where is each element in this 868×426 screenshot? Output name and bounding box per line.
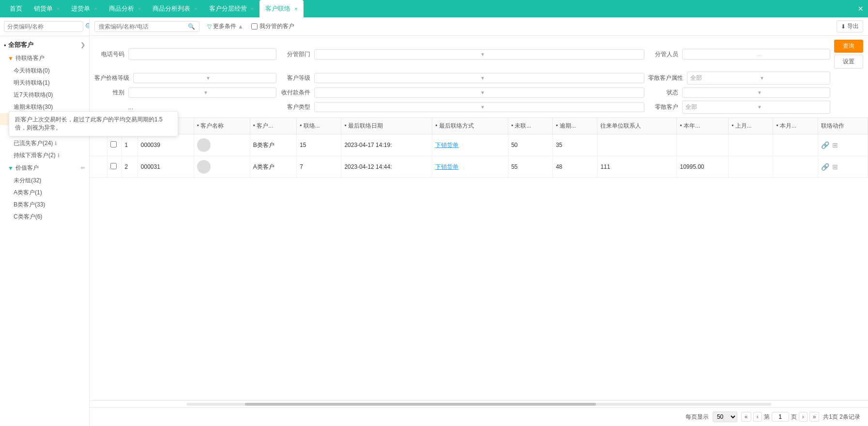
sidebar-root[interactable]: ▪ 全部客户 ❯ [0, 38, 89, 52]
export-button[interactable]: ⬇ 导出 [837, 20, 863, 32]
filter-gender-select[interactable]: ▼ [128, 88, 276, 98]
tab-sales-close[interactable]: × [57, 6, 60, 12]
sidebar-search-icon[interactable]: 🔍 [85, 23, 90, 30]
filter-grade-select[interactable]: ▼ [314, 73, 644, 83]
tab-analysis[interactable]: 商品分析 × [103, 0, 147, 17]
my-customer-checkbox[interactable]: 我分管的客户 [251, 22, 294, 30]
sidebar-item-class-b[interactable]: B类客户(33) [0, 199, 89, 211]
cell-last-way-1: 下销货单 [432, 134, 508, 156]
sidebar-group-value[interactable]: ▼ 价值客户 ✏ [0, 162, 89, 175]
settings-button[interactable]: 设置 [834, 55, 863, 69]
sidebar-item-ungrouped[interactable]: 未分组(32) [0, 175, 89, 187]
horizontal-scrollbar[interactable] [90, 400, 868, 407]
filter-manager: 分管人员 … [648, 49, 830, 59]
last-way-link-1[interactable]: 下销货单 [435, 142, 458, 148]
last-way-link-2[interactable]: 下销货单 [435, 163, 458, 170]
grid-icon: ▪ [4, 42, 6, 49]
sidebar-item-class-b-label: B类客户(33) [14, 201, 45, 208]
my-customer-check[interactable] [251, 23, 258, 29]
row-checkbox-1[interactable] [110, 141, 117, 147]
table-row: 2 000031 A类客户 7 2023-04-12 14:44: 下销货单 5… [90, 156, 868, 178]
col-last-way-label: • 最后联络方式 [435, 122, 474, 129]
sidebar-item-class-a[interactable]: A类客户(1) [0, 187, 89, 199]
edit-icon[interactable]: ✏ [81, 165, 85, 171]
cell-this-month-1 [773, 134, 818, 156]
scroll-thumb[interactable] [245, 403, 596, 406]
sidebar-group-pending[interactable]: ▼ 待联络客户 [0, 52, 89, 65]
col-last-date[interactable]: • 最后联络日期 [341, 118, 432, 134]
link-icon-2[interactable]: 🔗 [821, 163, 829, 171]
cell-overdue-1: 35 [553, 134, 597, 156]
filter-payment-select[interactable]: ▼ [314, 88, 644, 98]
chevron-down-icon3: ▼ [480, 75, 641, 81]
more-dots-icon[interactable]: … [757, 51, 827, 57]
window-close-button[interactable]: × [858, 4, 863, 14]
filter-customer-type: 客户类型 ▼ [280, 102, 644, 112]
col-unit-contact[interactable]: 往来单位联系人 [597, 118, 677, 134]
col-name[interactable]: • 客户名称 [194, 118, 250, 134]
cell-unit-contact-2: 111 [597, 156, 677, 178]
per-page-select[interactable]: 50 100 200 [713, 411, 737, 422]
cell-last-date-2: 2023-04-12 14:44: [341, 156, 432, 178]
tab-purchase-close[interactable]: × [94, 6, 97, 12]
tab-sales[interactable]: 销货单 × [28, 0, 65, 17]
prev-page-button[interactable]: ‹ [753, 412, 762, 422]
collapse-icon[interactable]: ❯ [80, 42, 85, 48]
filter-more-dots[interactable]: ... [128, 104, 133, 111]
grid-icon-2[interactable]: ⊞ [832, 163, 838, 171]
filter-retail-attr-select[interactable]: 全部 ▼ [687, 72, 830, 85]
col-this-month[interactable]: • 本月... [773, 118, 818, 134]
col-last-month[interactable]: • 上月... [729, 118, 773, 134]
tab-home[interactable]: 首页 [4, 0, 28, 17]
cell-action-1: 🔗 ⊞ [818, 134, 868, 156]
link-icon-1[interactable]: 🔗 [821, 141, 829, 149]
search-input[interactable] [99, 23, 186, 30]
query-button[interactable]: 查询 [834, 40, 863, 53]
filter-phone-input[interactable] [128, 48, 276, 60]
tab-analysis-list-close[interactable]: × [194, 6, 197, 12]
next-page-button[interactable]: › [799, 412, 807, 422]
cell-check-2 [107, 156, 122, 178]
tab-analysis-list[interactable]: 商品分析列表 × [147, 0, 203, 17]
sidebar-item-declining[interactable]: 持续下滑客户(2) ℹ [0, 149, 89, 162]
sidebar-item-ungroup-label: 未分组(32) [14, 177, 41, 184]
col-category[interactable]: • 客户... [250, 118, 296, 134]
filter-manager-select[interactable]: … [682, 49, 830, 59]
filter-dept-select[interactable]: ▼ [314, 49, 644, 59]
tab-customer-segment-label: 客户分层经营 [209, 4, 247, 13]
filter-price-grade-select[interactable]: ▼ [133, 73, 276, 83]
sidebar-search-input[interactable] [4, 21, 83, 32]
grid-icon-1[interactable]: ⊞ [832, 141, 838, 149]
more-filter-button[interactable]: ▽ 更多条件 ▲ [203, 21, 247, 32]
tab-analysis-close[interactable]: × [138, 6, 141, 12]
col-this-year[interactable]: • 本年... [677, 118, 729, 134]
search-icon[interactable]: 🔍 [188, 23, 195, 30]
sidebar-item-churned[interactable]: 已流失客户(24) ℹ [0, 137, 89, 149]
cell-settings-1 [90, 134, 107, 156]
avatar-cell-2 [197, 160, 247, 174]
last-page-button[interactable]: » [809, 412, 820, 422]
col-not-contacted[interactable]: • 未联... [508, 118, 552, 134]
toolbar: 🔍 ▽ 更多条件 ▲ 我分管的客户 ⬇ 导出 [90, 17, 868, 36]
sidebar-item-tomorrow[interactable]: 明天待联络(1) [0, 77, 89, 89]
action-icons-2: 🔗 ⊞ [821, 163, 865, 171]
tab-customer-segment[interactable]: 客户分层经营 × [203, 0, 259, 17]
filter-retail-select[interactable]: 全部 ▼ [682, 101, 830, 114]
sidebar-item-7days[interactable]: 近7天待联络(0) [0, 89, 89, 101]
col-overdue[interactable]: • 逾期... [553, 118, 597, 134]
tab-customer-segment-close[interactable]: × [251, 6, 254, 12]
filter-status-select[interactable]: ▼ [682, 88, 830, 98]
col-contact[interactable]: • 联络... [297, 118, 341, 134]
cell-action-2: 🔗 ⊞ [818, 156, 868, 178]
arrow-down-icon2: ▼ [8, 165, 14, 172]
tab-customer-contact[interactable]: 客户联络 × [259, 0, 303, 17]
sidebar-item-class-c[interactable]: C类客户(6) [0, 211, 89, 223]
sidebar-item-today[interactable]: 今天待联络(0) [0, 65, 89, 77]
col-last-way[interactable]: • 最后联络方式 [432, 118, 508, 134]
tab-purchase[interactable]: 进货单 × [65, 0, 103, 17]
filter-customer-type-select[interactable]: ▼ [314, 102, 644, 112]
first-page-button[interactable]: « [741, 412, 751, 422]
page-input[interactable] [772, 412, 789, 422]
row-checkbox-2[interactable] [110, 163, 117, 169]
tab-customer-contact-close[interactable]: × [294, 6, 297, 12]
